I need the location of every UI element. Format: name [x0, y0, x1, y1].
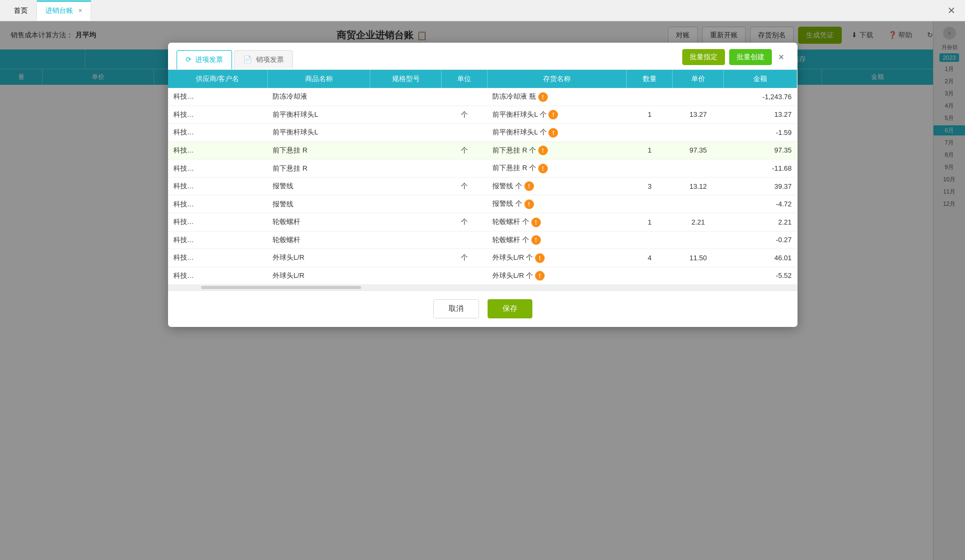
- warning-icon: !: [538, 92, 548, 102]
- col-spec: 规格型号: [370, 70, 442, 88]
- close-tab-icon[interactable]: ×: [78, 6, 83, 14]
- batch-create-button[interactable]: 批量创建: [729, 49, 772, 65]
- warning-icon: !: [535, 271, 545, 281]
- modal-footer: 取消 保存: [168, 290, 797, 327]
- cancel-button[interactable]: 取消: [433, 299, 479, 318]
- col-unit: 单位: [441, 70, 487, 88]
- modal-scrollbar[interactable]: [168, 285, 797, 290]
- sales-icon: 📄: [243, 55, 252, 63]
- warning-icon: !: [524, 181, 534, 191]
- table-row[interactable]: 科技…外球头L/R个外球头L/R 个 !411.5046.01: [168, 249, 797, 267]
- table-row[interactable]: 科技…轮毂螺杆个轮毂螺杆 个 !12.212.21: [168, 213, 797, 231]
- scrollbar-thumb[interactable]: [201, 286, 361, 289]
- warning-icon: !: [531, 218, 541, 227]
- table-row[interactable]: 科技…报警线个报警线 个 !313.1239.37: [168, 177, 797, 195]
- table-row[interactable]: 科技…报警线报警线 个 !-4.72: [168, 195, 797, 213]
- col-product: 商品名称: [267, 70, 370, 88]
- warning-icon: !: [548, 110, 558, 119]
- warning-icon: !: [531, 235, 541, 245]
- table-row[interactable]: 科技…轮毂螺杆轮毂螺杆 个 !-0.27: [168, 231, 797, 249]
- tab-inventory[interactable]: 进销台账 ×: [37, 1, 91, 21]
- modal-header: ⟳ 进项发票 📄 销项发票 批量指定 批量创建 ×: [168, 43, 797, 70]
- col-inventory: 存货名称: [487, 70, 627, 88]
- warning-icon: !: [524, 199, 534, 209]
- modal-overlay: ⟳ 进项发票 📄 销项发票 批量指定 批量创建 ×: [0, 21, 965, 560]
- table-row[interactable]: 科技…外球头L/R外球头L/R 个 !-5.52: [168, 267, 797, 285]
- main-area: 销售成本计算方法： 月平均 商贸企业进销台账 📋 对账 重新开账 存货别名 生成…: [0, 21, 965, 560]
- batch-assign-button[interactable]: 批量指定: [682, 49, 725, 65]
- top-tab-bar: 首页 进销台账 × ✕: [0, 0, 965, 21]
- app-close-button[interactable]: ✕: [943, 2, 960, 19]
- warning-icon: !: [535, 253, 545, 263]
- table-row[interactable]: 科技…前平衡杆球头L个前平衡杆球头L 个 !113.2713.27: [168, 106, 797, 124]
- table-row[interactable]: 科技…前下悬挂 R前下悬挂 R 个 !-11.68: [168, 159, 797, 178]
- table-row[interactable]: 科技…前下悬挂 R个前下悬挂 R 个 !197.3597.35: [168, 141, 797, 159]
- table-row[interactable]: 科技…前平衡杆球头L前平衡杆球头L 个 !-1.59: [168, 124, 797, 142]
- warning-icon: !: [538, 146, 548, 155]
- invoice-table: 供应商/客户名 商品名称 规格型号 单位: [168, 70, 797, 285]
- save-button[interactable]: 保存: [488, 299, 532, 318]
- col-price: 单价: [673, 70, 724, 88]
- col-amount: 金额: [724, 70, 797, 88]
- table-header-row: 供应商/客户名 商品名称 规格型号 单位: [168, 70, 797, 88]
- col-qty: 数量: [627, 70, 673, 88]
- purchase-icon: ⟳: [186, 55, 192, 63]
- table-row[interactable]: 科技…防冻冷却液防冻冷却液 瓶 !-1,243.76: [168, 88, 797, 106]
- tab-purchase-invoice[interactable]: ⟳ 进项发票: [177, 50, 233, 69]
- col-supplier: 供应商/客户名: [168, 70, 268, 88]
- modal-header-buttons: 批量指定 批量创建: [682, 49, 772, 69]
- tab-home[interactable]: 首页: [5, 2, 37, 20]
- warning-icon: !: [538, 164, 548, 173]
- invoice-modal: ⟳ 进项发票 📄 销项发票 批量指定 批量创建 ×: [168, 43, 797, 327]
- modal-close-button[interactable]: ×: [774, 52, 789, 67]
- warning-icon: !: [548, 128, 558, 138]
- tab-sales-invoice[interactable]: 📄 销项发票: [234, 50, 293, 69]
- modal-table-container[interactable]: 供应商/客户名 商品名称 规格型号 单位: [168, 70, 797, 290]
